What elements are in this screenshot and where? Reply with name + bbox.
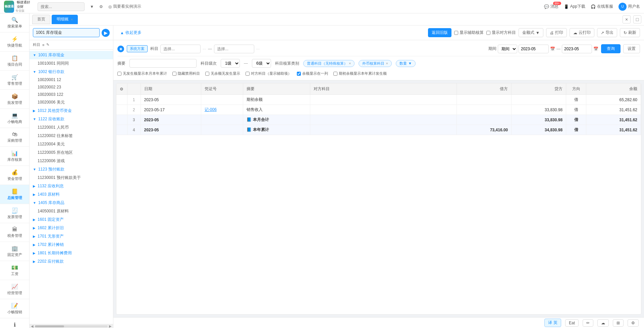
tree-item-1122[interactable]: ▼ 1122 应收账款 [30,115,113,123]
show-opposite-checkbox[interactable]: 显示对方科目 [486,30,516,36]
online-service-btn[interactable]: 🎧 在线客服 [591,4,613,9]
tree-item-1002[interactable]: ▼ 1002 银行存款 [30,68,113,76]
edit-bottom-icon[interactable]: ✏ [583,319,593,327]
edit-icon[interactable]: ✎ [46,43,49,47]
tree-item-11220001[interactable]: 11220001 人民币 [30,123,113,132]
tree-item-10020001[interactable]: 10020001 12 [30,76,113,83]
tree-item-1701[interactable]: ▶ 1701 无形资产 [30,232,113,241]
sidebar-item-business[interactable]: 📈 经营管理 [0,280,29,299]
calendar-icon-end[interactable]: 📅 [593,47,598,51]
sidebar-item-purchase[interactable]: 🛍 采购管理 [0,128,29,147]
show-aux-checkbox[interactable]: 显示辅助核算 [454,30,484,36]
sidebar-item-quick-nav[interactable]: ⚡ 快捷导航 [0,32,29,52]
tree-item-10020006[interactable]: 10020006 美元 [30,98,113,107]
sidebar-item-inventory[interactable]: 📊 库存核算 [0,147,29,166]
currency-btn[interactable]: 金额式 ▼ [519,28,543,37]
tree-item-11220005[interactable]: 11220005 所在地区 [30,148,113,157]
tree-item-10020003[interactable]: 10020003 122 [30,91,113,98]
tree-item-10020002[interactable]: 10020002 23 [30,83,113,91]
current-account[interactable]: 1001 库存现金 [33,28,100,37]
subject-level-from-select[interactable]: 1级 [221,59,240,68]
tree-item-11220006[interactable]: 11220006 游戏 [30,157,113,165]
tree-item-1405[interactable]: ▼ 1405 库存商品 [30,199,113,207]
tree-item-1702[interactable]: ▶ 1702 累计摊销 [30,241,113,249]
account-next-btn[interactable]: ▶ [102,29,110,37]
sidebar-item-salary[interactable]: 💵 工资 [0,261,29,280]
tree-item-1012[interactable]: ▶ 1012 其他货币资金 [30,107,113,115]
show-opposite-input[interactable] [486,31,490,35]
subject-to-input[interactable] [214,45,254,53]
check-show-balance[interactable]: 余额显示在一列 [297,71,328,76]
period-type-select[interactable]: 期间 [498,45,517,53]
subject-from-input[interactable] [160,45,201,53]
print-btn[interactable]: 🖨 打印 [546,28,567,37]
back-original-btn[interactable]: 返回旧版 [428,28,451,37]
tab-close-window-btn[interactable]: × [623,15,631,23]
check-period-balance[interactable]: 期初余额显示本年累计发生额 [333,71,387,76]
tree-item-14050001[interactable]: 14050001 原材料 [30,207,113,215]
sidebar-item-tax[interactable]: 🏛 税务管理 [0,223,29,242]
show-aux-input[interactable] [454,31,458,35]
tree-item-1123[interactable]: ▼ 1123 预付账款 [30,165,113,174]
summary-input[interactable] [129,59,197,68]
export-btn[interactable]: ↗ 导出 [597,28,617,37]
tag-normal-close[interactable]: × [349,61,351,65]
tag-foreign-close[interactable]: × [386,61,388,65]
filter-settings-btn[interactable]: 设置 [623,44,640,53]
row-voucher-2[interactable]: 记-006 [201,105,243,115]
period-end-input[interactable] [562,45,592,53]
schema-icon[interactable]: ◉ [117,46,124,52]
cloud-bottom-icon[interactable]: ☁ [597,319,609,327]
cloud-print-btn[interactable]: ☁ 云打印 [570,28,594,37]
sidebar-item-invoice[interactable]: 🧾 发票管理 [0,204,29,223]
tree-scroll-left-btn[interactable]: ◀ [31,324,34,328]
sidebar-item-fixed-assets[interactable]: 🏢 固定资产 [0,242,29,261]
settings-btn[interactable]: ⚙ [99,4,103,9]
tree-item-1801[interactable]: ▶ 1801 长期待摊费用 [30,249,113,257]
settings-bottom-icon2[interactable]: ⊞ [613,319,624,327]
tree-scroll-right-btn[interactable]: ▶ [109,324,112,328]
tree-item-10010001[interactable]: 10010001 同同同 [30,59,113,68]
eat-btn[interactable]: Eat [565,319,579,327]
tab-detail[interactable]: 明细账 × [52,15,78,24]
subject-level-to-select[interactable]: 6级 [252,59,271,68]
query-btn[interactable]: 查询 [601,44,621,53]
period-start-input[interactable] [519,45,549,53]
sidebar-item-wholesale[interactable]: 📦 批发管理 [0,90,29,109]
tree-item-1001[interactable]: ▼ 1001 库存现金 [30,51,113,59]
check-hide-disabled[interactable]: 隐藏禁用科目 [172,71,200,76]
tree-item-11220002[interactable]: 11220002 往来标签 [30,132,113,140]
tree-item-11230001[interactable]: 11230001 预付账款美于 [30,174,113,182]
dropdown-btn[interactable]: ▼ [90,4,94,9]
tree-item-2202[interactable]: ▶ 2202 应付账款 [30,257,113,266]
sidebar-item-finance[interactable]: 💰 资金管理 [0,166,29,185]
sidebar-item-project[interactable]: 📋 项目合同 [0,52,29,71]
check-opposite[interactable]: 对方科目（显示辅助项） [246,71,291,76]
schema-tag-system[interactable]: 系统方案 [127,45,148,52]
tab-home[interactable]: 首页 [32,15,50,24]
message-btn[interactable]: 💬 消息 99+ [544,4,558,9]
check-show-balance-input[interactable] [297,72,301,76]
check-no-occur-input[interactable] [117,72,121,76]
list-icon[interactable]: ≡ [42,43,44,47]
check-no-balance-input[interactable] [205,72,209,76]
tree-item-1602[interactable]: ▶ 1602 累计折旧 [30,224,113,232]
sidebar-item-retail[interactable]: 🛒 零售管理 [0,71,29,90]
check-no-occur[interactable]: 无发生额显示本月本年累计 [117,71,167,76]
check-period-balance-input[interactable] [333,72,337,76]
collapse-filter-btn[interactable]: ▲ 收起更多 [117,30,144,36]
tab-maximize-btn[interactable]: □ [633,15,641,23]
search-input[interactable] [38,2,85,11]
tree-item-1132[interactable]: ▶ 1132 应收利息 [30,182,113,190]
tag-normal[interactable]: 普通科目（无特殊核算） × [303,60,355,67]
calendar-icon-start[interactable]: 📅 [550,47,555,51]
user-avatar[interactable]: U 用户名 [619,3,640,11]
check-opposite-input[interactable] [246,72,250,76]
sidebar-item-search[interactable]: 🔍 搜索菜单 [0,13,29,32]
tag-quantity[interactable]: 数量 ▼ [396,60,416,67]
check-hide-disabled-input[interactable] [172,72,176,76]
app-download-btn[interactable]: 📱 App下载 [564,4,585,9]
tag-foreign[interactable]: 外币核算科目 × [359,60,391,67]
sidebar-item-xc-report[interactable]: 📝 小畅报销 [0,299,29,318]
translate-btn[interactable]: 译 英 [544,319,561,327]
